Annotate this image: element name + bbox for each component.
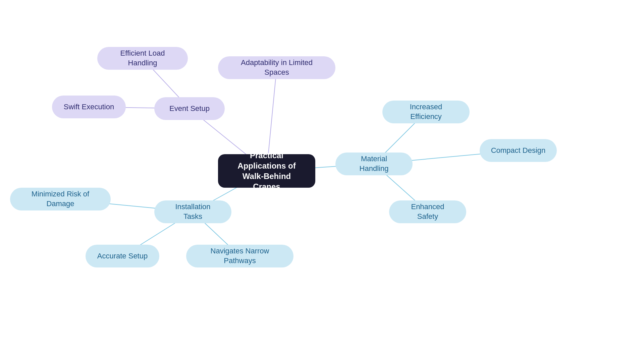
material-handling-label: Material Handling (346, 154, 402, 173)
adaptability-label: Adaptability in Limited Spaces (229, 58, 325, 77)
enhanced-safety-node: Enhanced Safety (389, 200, 466, 223)
increased-efficiency-label: Increased Efficiency (393, 102, 459, 121)
navigates-label: Navigates Narrow Pathways (197, 246, 283, 265)
installation-tasks-label: Installation Tasks (165, 202, 221, 221)
minimized-risk-label: Minimized Risk of Damage (21, 189, 100, 208)
center-node: Practical Applications of Walk-Behind Cr… (218, 154, 315, 188)
installation-tasks-node: Installation Tasks (154, 200, 231, 223)
material-handling-node: Material Handling (335, 153, 413, 175)
enhanced-safety-label: Enhanced Safety (400, 202, 455, 221)
efficient-load-label: Efficient Load Handling (108, 49, 177, 68)
event-setup-label: Event Setup (169, 104, 210, 114)
compact-design-node: Compact Design (480, 139, 557, 162)
minimized-risk-node: Minimized Risk of Damage (10, 188, 111, 210)
adaptability-node: Adaptability in Limited Spaces (218, 56, 335, 79)
navigates-node: Navigates Narrow Pathways (186, 245, 293, 267)
center-label: Practical Applications of Walk-Behind Cr… (229, 150, 305, 192)
event-setup-node: Event Setup (154, 97, 225, 120)
swift-execution-node: Swift Execution (52, 96, 126, 118)
increased-efficiency-node: Increased Efficiency (382, 101, 470, 123)
accurate-setup-label: Accurate Setup (97, 251, 148, 261)
efficient-load-node: Efficient Load Handling (97, 47, 188, 70)
swift-execution-label: Swift Execution (64, 102, 114, 112)
accurate-setup-node: Accurate Setup (86, 245, 159, 267)
compact-design-label: Compact Design (491, 146, 546, 156)
